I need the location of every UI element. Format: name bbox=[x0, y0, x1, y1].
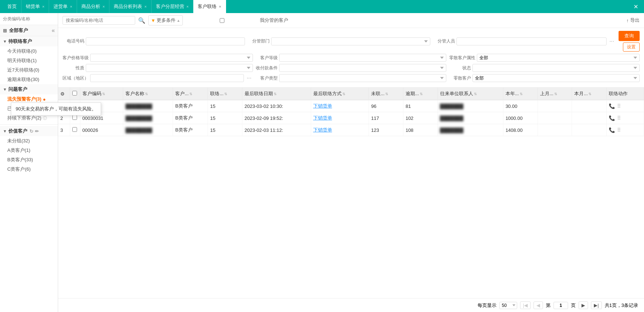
export-button[interactable]: ↑ 导出 bbox=[627, 17, 640, 24]
row-checkbox-1[interactable] bbox=[72, 115, 77, 120]
sidebar-item-a-class[interactable]: A类客户(1) bbox=[0, 146, 58, 155]
td-action-2[interactable]: 📞 ⠿ bbox=[607, 124, 644, 136]
tab-sales-close[interactable]: × bbox=[42, 4, 44, 9]
th-code[interactable]: 客户编码⇅ bbox=[80, 88, 123, 100]
tab-sales[interactable]: 销货单 × bbox=[21, 0, 49, 13]
th-contact[interactable]: 联络...⇅ bbox=[208, 88, 242, 100]
sidebar-item-7days-contact[interactable]: 近7天待联络(0) bbox=[0, 65, 58, 75]
tab-customer-layer[interactable]: 客户分层经营 × bbox=[152, 0, 193, 13]
sort-icon-unlisted: ⇅ bbox=[385, 92, 388, 96]
td-last-way-0[interactable]: 下销货单 bbox=[311, 100, 369, 112]
query-button[interactable]: 查询 bbox=[619, 31, 640, 41]
filter-top-bar: 🔍 ▼ 更多条件 ▲ 我分管的客户 ↑ 导出 bbox=[58, 13, 644, 28]
sidebar: 🔍 ⊞ 全部客户 « ▼ 待联络客户 今天待联络(0) 明天待联络(1) 近7天… bbox=[0, 13, 58, 312]
my-customers-checkbox-label[interactable]: 我分管的客户 bbox=[186, 17, 288, 24]
region-dots[interactable]: ··· bbox=[245, 75, 253, 81]
payment-select[interactable] bbox=[279, 64, 446, 72]
gender-select[interactable] bbox=[86, 64, 253, 72]
tab-purchase-label: 进货单 bbox=[53, 3, 68, 10]
zero-attr-select[interactable]: 全部 bbox=[477, 54, 640, 62]
action-more-icon-0[interactable]: ⠿ bbox=[617, 103, 621, 109]
table-row: 2 00030031 ████████ B类客户 15 2023-02-09 1… bbox=[58, 112, 644, 124]
action-more-icon-1[interactable]: ⠿ bbox=[617, 115, 621, 121]
prev-page-button[interactable]: ◀ bbox=[534, 301, 543, 309]
th-this-month[interactable]: 本月...⇅ bbox=[572, 88, 607, 100]
action-contact-icon-0[interactable]: 📞 bbox=[609, 103, 615, 109]
row-checkbox-2[interactable] bbox=[72, 127, 77, 132]
th-last-date[interactable]: 最后联络日期⇅ bbox=[242, 88, 311, 100]
customer-level-select[interactable] bbox=[279, 54, 446, 62]
td-last-way-1[interactable]: 下销货单 bbox=[311, 112, 369, 124]
select-all-checkbox[interactable] bbox=[72, 91, 77, 96]
th-last-way[interactable]: 最后联络方式⇅ bbox=[311, 88, 369, 100]
sidebar-item-b-class[interactable]: B类客户(33) bbox=[0, 155, 58, 165]
td-action-1[interactable]: 📞 ⠿ bbox=[607, 112, 644, 124]
tab-home[interactable]: 首页 bbox=[3, 0, 21, 13]
declining-info-icon[interactable]: ⓘ bbox=[43, 116, 47, 121]
th-checkbox[interactable] bbox=[70, 88, 80, 100]
sidebar-item-tomorrow-contact[interactable]: 明天待联络(1) bbox=[0, 56, 58, 65]
region-input[interactable] bbox=[90, 74, 244, 82]
tab-goods-analysis-close[interactable]: × bbox=[102, 4, 105, 9]
tab-goods-list[interactable]: 商品分析列表 × bbox=[109, 0, 151, 13]
page-number-input[interactable]: 1 bbox=[554, 302, 568, 309]
th-overdue[interactable]: 逾期...⇅ bbox=[403, 88, 438, 100]
tab-goods-list-close[interactable]: × bbox=[144, 4, 146, 9]
sidebar-group-problem[interactable]: ▼ 问题客户 bbox=[0, 84, 58, 94]
search-button[interactable]: 🔍 bbox=[138, 17, 145, 24]
sidebar-collapse-icon[interactable]: « bbox=[52, 27, 55, 34]
price-level-select[interactable] bbox=[90, 54, 253, 62]
status-select[interactable] bbox=[472, 64, 640, 72]
sidebar-search-input[interactable] bbox=[3, 16, 57, 21]
tab-customer-contact[interactable]: 客户联络 × bbox=[193, 0, 226, 13]
manager-dots[interactable]: ··· bbox=[608, 38, 616, 45]
action-more-icon-2[interactable]: ⠿ bbox=[617, 127, 621, 133]
th-name[interactable]: 客户名称⇅ bbox=[123, 88, 173, 100]
th-unlisted[interactable]: 未联...⇅ bbox=[369, 88, 403, 100]
th-settings[interactable]: ⚙ bbox=[58, 88, 70, 100]
sidebar-group-value[interactable]: ▼ 价值客户 ↻ ✏ bbox=[0, 126, 58, 136]
first-page-button[interactable]: |◀ bbox=[520, 301, 531, 309]
manager-input[interactable] bbox=[456, 37, 607, 45]
sidebar-item-overdue-contact[interactable]: 逾期未联络(30) bbox=[0, 75, 58, 84]
page-size-select[interactable]: 50 100 200 bbox=[499, 302, 517, 309]
th-this-year[interactable]: 本年...⇅ bbox=[503, 88, 538, 100]
content-area: 🔍 ▼ 更多条件 ▲ 我分管的客户 ↑ 导出 电话号码 bbox=[58, 13, 644, 312]
action-contact-icon-1[interactable]: 📞 bbox=[609, 115, 615, 121]
sidebar-item-c-class[interactable]: C类客户(6) bbox=[0, 165, 58, 174]
window-close-button[interactable]: ✕ bbox=[631, 3, 641, 10]
customer-type-select[interactable] bbox=[279, 74, 446, 82]
my-customers-checkbox[interactable] bbox=[186, 18, 258, 23]
tab-customer-contact-close[interactable]: × bbox=[219, 4, 221, 9]
search-input[interactable] bbox=[63, 16, 135, 25]
th-contact-person[interactable]: 往来单位联系人⇅ bbox=[438, 88, 503, 100]
phone-label: 电话号码 bbox=[63, 38, 84, 44]
value-edit-icon[interactable]: ✏ bbox=[35, 129, 39, 134]
td-level-2: B类客户 bbox=[173, 124, 208, 136]
td-action-0[interactable]: 📞 ⠿ bbox=[607, 100, 644, 112]
pagination-bar: 每页显示 50 100 200 |◀ ◀ 第 1 页 ▶ ▶| 共1页，3条记录 bbox=[58, 298, 644, 312]
td-checkbox-2[interactable] bbox=[70, 124, 80, 136]
dept-select[interactable] bbox=[271, 37, 430, 45]
th-last-month[interactable]: 上月...⇅ bbox=[538, 88, 572, 100]
sidebar-all-customers[interactable]: ⊞ 全部客户 « bbox=[0, 25, 58, 36]
td-contact-person-2: ███████ bbox=[438, 124, 503, 136]
action-contact-icon-2[interactable]: 📞 bbox=[609, 127, 615, 133]
td-last-way-2[interactable]: 下销货单 bbox=[311, 124, 369, 136]
sidebar-group-pending[interactable]: ▼ 待联络客户 bbox=[0, 36, 58, 46]
tab-goods-analysis[interactable]: 商品分析 × bbox=[77, 0, 109, 13]
next-page-button[interactable]: ▶ bbox=[579, 301, 588, 309]
sidebar-item-overdue-contact-label: 逾期未联络(30) bbox=[7, 76, 39, 83]
th-level[interactable]: 客户...⇅ bbox=[173, 88, 208, 100]
setting-button[interactable]: 设置 bbox=[623, 42, 640, 52]
sidebar-item-today-contact[interactable]: 今天待联络(0) bbox=[0, 46, 58, 56]
value-refresh-icon[interactable]: ↻ bbox=[29, 129, 33, 134]
last-page-button[interactable]: ▶| bbox=[591, 301, 601, 309]
sidebar-item-ungroup[interactable]: 未分组(32) bbox=[0, 136, 58, 146]
tab-customer-layer-close[interactable]: × bbox=[186, 4, 189, 9]
tab-purchase-close[interactable]: × bbox=[70, 4, 72, 9]
more-conditions-button[interactable]: ▼ 更多条件 ▲ bbox=[148, 15, 183, 25]
phone-input[interactable] bbox=[86, 37, 245, 45]
tab-purchase[interactable]: 进货单 × bbox=[49, 0, 77, 13]
zero-customer-select[interactable]: 全部 bbox=[472, 74, 640, 82]
